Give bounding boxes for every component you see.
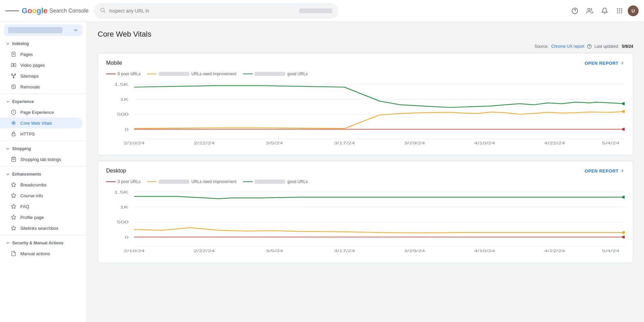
sidebar-label-course-info: Course info <box>20 193 43 198</box>
sidebar-item-video-pages[interactable]: Video pages <box>0 60 82 71</box>
sidebar-label-pages: Pages <box>20 52 33 57</box>
sidebar-section-header-experience[interactable]: Experience <box>0 97 86 107</box>
legend-needs-improvement: URLs need improvement <box>147 72 236 76</box>
sidebar-item-breadcrumbs[interactable]: Breadcrumbs <box>0 179 82 190</box>
sidebar-item-page-experience[interactable]: Page Experience <box>0 107 82 118</box>
legend-good-desktop: good URLs <box>243 179 308 184</box>
property-name <box>8 27 62 33</box>
desktop-card-title: Desktop <box>106 168 126 174</box>
chevron-down-icon <box>5 172 10 177</box>
svg-marker-29 <box>11 182 16 187</box>
sidebar: Indexing Pages Video pages Sitemaps Remo… <box>0 22 87 322</box>
good-line <box>243 74 253 74</box>
sidebar-item-profile-page[interactable]: Profile page <box>0 212 82 223</box>
svg-text:4/10/24: 4/10/24 <box>474 249 495 253</box>
search-bar[interactable] <box>94 3 338 19</box>
svg-text:3/17/24: 3/17/24 <box>334 249 355 253</box>
topbar-actions: U <box>568 4 639 18</box>
course-info-icon <box>11 193 16 198</box>
section-label-enhancements: Enhancements <box>12 172 41 177</box>
search-input[interactable] <box>109 8 298 14</box>
mobile-open-report-button[interactable]: OPEN REPORT <box>585 61 625 66</box>
sidebar-section-header-enhancements[interactable]: Enhancements <box>0 169 86 179</box>
legend-good-label: good URLs <box>287 72 308 76</box>
sidebar-item-sitelinks-searchbox[interactable]: Sitelinks searchbox <box>0 223 82 234</box>
chevron-down-icon <box>5 241 10 245</box>
svg-marker-33 <box>11 226 16 230</box>
manage-users-button[interactable] <box>583 4 597 18</box>
desktop-open-report-button[interactable]: OPEN REPORT <box>585 168 625 174</box>
sidebar-item-manual-actions[interactable]: Manual actions <box>0 248 82 259</box>
mobile-card-title: Mobile <box>106 60 122 66</box>
chevron-down-icon <box>5 99 10 104</box>
svg-point-8 <box>617 10 618 11</box>
sidebar-item-https[interactable]: HTTPS <box>0 128 82 139</box>
svg-point-45 <box>622 102 625 105</box>
sidebar-section-header-security[interactable]: Security & Manual Actions <box>0 238 86 248</box>
needs-improvement-line-desktop <box>147 181 157 182</box>
svg-point-11 <box>617 12 618 13</box>
desktop-chart-svg: 1.5K 1K 500 0 2/10/24 2/ <box>106 188 625 256</box>
logo[interactable]: Google Search Console <box>22 6 89 15</box>
removals-icon <box>11 84 16 89</box>
sidebar-item-removals[interactable]: Removals <box>0 81 82 92</box>
sidebar-label-manual-actions: Manual actions <box>20 251 50 256</box>
svg-point-65 <box>622 196 625 199</box>
svg-point-6 <box>619 8 620 9</box>
sitemaps-icon <box>11 73 16 79</box>
chevron-down-icon <box>73 27 78 33</box>
sidebar-section-experience: Experience Page Experience Core Web Vita… <box>0 97 86 139</box>
sidebar-item-shopping-tab-listings[interactable]: Shopping tab listings <box>0 154 82 165</box>
mobile-card-header: Mobile OPEN REPORT <box>106 60 625 66</box>
svg-point-10 <box>621 10 622 11</box>
desktop-chart-card: Desktop OPEN REPORT 0 poor URLs URLs nee… <box>98 161 633 263</box>
avatar[interactable]: U <box>628 5 639 16</box>
poor-line-desktop <box>106 181 116 182</box>
chevron-down-icon <box>5 146 10 151</box>
sidebar-section-header-indexing[interactable]: Indexing <box>0 39 86 49</box>
sidebar-item-pages[interactable]: Pages <box>0 49 82 60</box>
legend-ni-blurred <box>159 72 189 76</box>
help-circle-icon[interactable] <box>587 44 592 49</box>
last-updated-date: 5/9/24 <box>622 44 633 49</box>
sidebar-item-sitemaps[interactable]: Sitemaps <box>0 71 82 81</box>
svg-text:5/4/24: 5/4/24 <box>602 141 620 145</box>
source-link[interactable]: Chrome UX report <box>551 44 584 49</box>
svg-text:1K: 1K <box>120 97 129 102</box>
apps-button[interactable] <box>613 4 626 18</box>
chevron-right-icon <box>620 61 625 65</box>
sidebar-item-core-web-vitals[interactable]: Core Web Vitals <box>0 118 82 128</box>
sidebar-section-shopping: Shopping Shopping tab listings <box>0 144 86 165</box>
desktop-chart: 1.5K 1K 500 0 2/10/24 2/ <box>106 188 625 256</box>
layout: Indexing Pages Video pages Sitemaps Remo… <box>0 22 644 322</box>
sidebar-item-faq[interactable]: FAQ <box>0 201 82 212</box>
legend-good: good URLs <box>243 72 308 76</box>
help-button[interactable] <box>568 4 582 18</box>
svg-point-7 <box>621 8 622 9</box>
last-updated-label: Last updated: <box>594 44 619 49</box>
pages-icon <box>11 52 16 57</box>
product-name: Search Console <box>50 8 89 14</box>
svg-text:1K: 1K <box>120 205 129 209</box>
svg-text:4/10/24: 4/10/24 <box>474 141 495 145</box>
menu-button[interactable] <box>5 4 19 18</box>
sidebar-section-header-shopping[interactable]: Shopping <box>0 144 86 154</box>
notifications-button[interactable] <box>598 4 611 18</box>
legend-ni-label-desktop: URLs need improvement <box>191 179 236 184</box>
sidebar-item-course-info[interactable]: Course info <box>0 190 82 201</box>
svg-text:2/22/24: 2/22/24 <box>194 141 215 145</box>
manual-actions-icon <box>11 251 16 256</box>
sidebar-label-page-experience: Page Experience <box>20 110 54 115</box>
svg-point-13 <box>621 12 622 13</box>
legend-poor: 0 poor URLs <box>106 72 140 76</box>
page-experience-icon <box>11 109 16 115</box>
svg-text:0: 0 <box>125 235 129 240</box>
property-selector[interactable] <box>4 24 82 36</box>
sidebar-label-faq: FAQ <box>20 204 29 209</box>
svg-text:1.5K: 1.5K <box>114 82 129 87</box>
svg-text:3/5/24: 3/5/24 <box>266 141 283 145</box>
section-label-shopping: Shopping <box>12 146 31 151</box>
svg-line-24 <box>13 86 14 87</box>
svg-point-9 <box>619 10 620 11</box>
google-logo: Google <box>22 6 47 15</box>
